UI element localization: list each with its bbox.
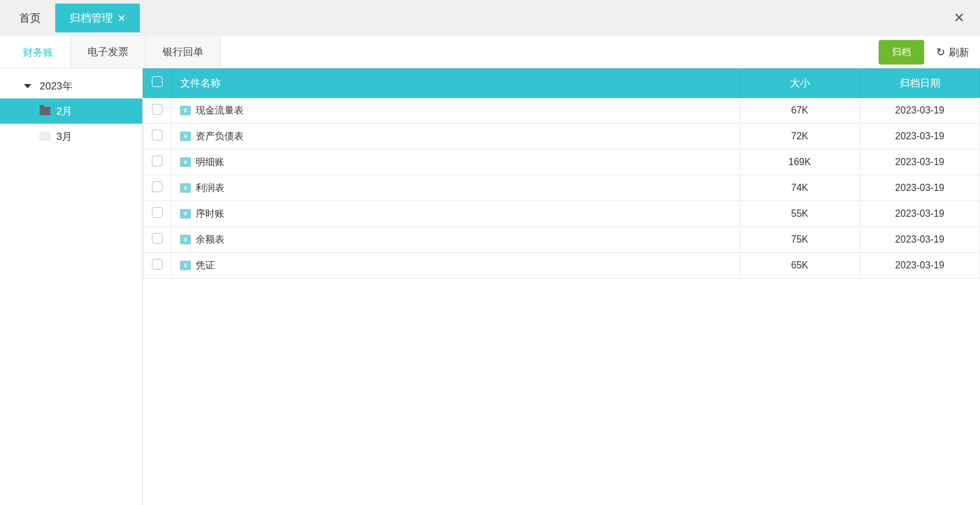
row-checkbox-cell	[143, 201, 172, 227]
row-checkbox-cell	[143, 98, 172, 124]
file-date-cell: 2023-03-19	[860, 150, 980, 175]
row-checkbox[interactable]	[152, 156, 163, 166]
row-checkbox-cell	[143, 175, 172, 201]
file-name-label: 余额表	[196, 234, 224, 244]
file-icon	[180, 157, 191, 167]
row-checkbox-cell	[143, 253, 172, 279]
folder-icon	[40, 107, 50, 115]
file-name-label: 现金流量表	[196, 105, 244, 115]
select-all-checkbox[interactable]	[152, 76, 163, 87]
row-checkbox-cell	[143, 124, 172, 150]
close-all-tabs-icon[interactable]: ✕	[949, 8, 969, 28]
tab-home[interactable]: 首页	[5, 4, 55, 32]
file-name-label: 利润表	[196, 183, 224, 193]
row-checkbox-cell	[143, 150, 172, 175]
file-icon	[180, 132, 191, 141]
file-icon	[180, 235, 191, 244]
file-date-cell: 2023-03-19	[860, 227, 980, 253]
tab-bank-label: 银行回单	[163, 45, 203, 59]
archive-button[interactable]: 归档	[879, 40, 924, 64]
table-row[interactable]: 利润表74K2023-03-19	[143, 175, 980, 201]
file-name-label: 明细账	[196, 157, 224, 167]
file-name-cell: 序时账	[172, 201, 740, 227]
header-name: 文件名称	[172, 69, 740, 98]
tab-archive-management[interactable]: 归档管理 ✕	[55, 4, 140, 32]
main-panel: 财务账 电子发票 银行回单 归档 ↻ 刷新 2023年 2月	[0, 36, 980, 505]
file-name-label: 序时账	[196, 208, 224, 219]
file-size-cell: 55K	[740, 201, 860, 227]
file-date-cell: 2023-03-19	[860, 175, 980, 201]
folder-icon	[40, 132, 50, 141]
row-checkbox[interactable]	[152, 207, 163, 218]
content-area: 2023年 2月 3月 文件名称 大小	[0, 68, 980, 505]
table-header-row: 文件名称 大小 归档日期	[143, 69, 980, 98]
file-name-label: 凭证	[196, 260, 215, 270]
tab-einvoice-label: 电子发票	[88, 45, 128, 59]
tree-node-year-2023[interactable]: 2023年	[0, 73, 142, 98]
file-icon	[180, 183, 191, 193]
file-icon	[180, 209, 191, 219]
file-date-cell: 2023-03-19	[860, 201, 980, 227]
file-date-cell: 2023-03-19	[860, 253, 980, 279]
tree-node-month-2[interactable]: 2月	[0, 98, 142, 124]
file-size-cell: 72K	[740, 124, 860, 150]
tab-einvoice[interactable]: 电子发票	[71, 36, 146, 68]
month-label: 2月	[56, 104, 72, 118]
file-name-cell: 利润表	[172, 175, 740, 201]
row-checkbox[interactable]	[152, 259, 163, 270]
year-label: 2023年	[40, 79, 73, 93]
file-size-cell: 65K	[740, 253, 860, 279]
file-name-cell: 现金流量表	[172, 98, 740, 124]
file-name-cell: 明细账	[172, 150, 740, 175]
row-checkbox[interactable]	[152, 181, 163, 192]
table-row[interactable]: 凭证65K2023-03-19	[143, 253, 980, 279]
file-date-cell: 2023-03-19	[860, 98, 980, 124]
table-row[interactable]: 余额表75K2023-03-19	[143, 227, 980, 253]
archive-button-label: 归档	[892, 46, 911, 56]
refresh-button[interactable]: ↻ 刷新	[936, 45, 969, 59]
table-row[interactable]: 序时账55K2023-03-19	[143, 201, 980, 227]
file-icon	[180, 106, 191, 115]
top-tab-bar: 首页 归档管理 ✕ ✕	[0, 0, 980, 36]
file-date-cell: 2023-03-19	[860, 124, 980, 150]
file-size-cell: 67K	[740, 98, 860, 124]
header-date: 归档日期	[860, 69, 980, 98]
folder-tree: 2023年 2月 3月	[0, 68, 143, 505]
tab-finance[interactable]: 财务账	[6, 36, 71, 68]
table-row[interactable]: 资产负债表72K2023-03-19	[143, 124, 980, 150]
month-label: 3月	[56, 130, 72, 144]
refresh-icon: ↻	[936, 46, 945, 59]
toolbar: 归档 ↻ 刷新	[879, 40, 969, 64]
header-checkbox-cell	[143, 69, 172, 98]
file-table: 文件名称 大小 归档日期 现金流量表67K2023-03-19资产负债表72K2…	[143, 68, 980, 279]
tab-home-label: 首页	[19, 11, 41, 25]
tree-node-month-3[interactable]: 3月	[0, 124, 142, 149]
close-icon[interactable]: ✕	[118, 13, 125, 24]
file-name-label: 资产负债表	[196, 131, 244, 141]
file-name-cell: 凭证	[172, 253, 740, 279]
file-name-cell: 资产负债表	[172, 124, 740, 150]
tab-bank-receipt[interactable]: 银行回单	[146, 36, 221, 68]
file-icon	[180, 261, 191, 270]
table-row[interactable]: 明细账169K2023-03-19	[143, 150, 980, 175]
tab-finance-label: 财务账	[23, 46, 53, 59]
category-tab-bar: 财务账 电子发票 银行回单 归档 ↻ 刷新	[0, 36, 980, 68]
header-size: 大小	[740, 69, 860, 98]
row-checkbox[interactable]	[152, 104, 163, 115]
file-size-cell: 169K	[740, 150, 860, 175]
file-name-cell: 余额表	[172, 227, 740, 253]
refresh-label: 刷新	[949, 45, 969, 59]
row-checkbox[interactable]	[152, 130, 163, 141]
file-size-cell: 74K	[740, 175, 860, 201]
file-size-cell: 75K	[740, 227, 860, 253]
row-checkbox-cell	[143, 227, 172, 253]
caret-down-icon	[24, 84, 31, 88]
row-checkbox[interactable]	[152, 233, 163, 244]
tab-archive-label: 归档管理	[70, 11, 113, 25]
table-row[interactable]: 现金流量表67K2023-03-19	[143, 98, 980, 124]
file-table-area: 文件名称 大小 归档日期 现金流量表67K2023-03-19资产负债表72K2…	[143, 68, 980, 505]
